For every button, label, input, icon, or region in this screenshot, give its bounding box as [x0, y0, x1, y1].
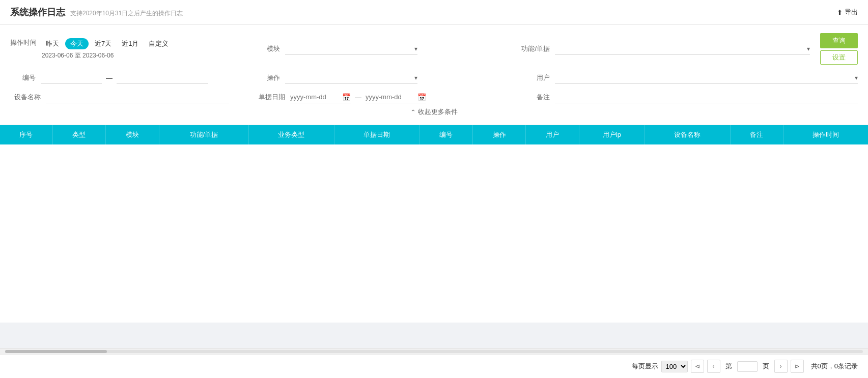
col-doc-number: 编号 [419, 125, 472, 144]
col-module: 模块 [106, 125, 159, 144]
function-label: 功能/单据 [519, 44, 555, 53]
module-label: 模块 [255, 44, 285, 53]
time-btn-yesterday[interactable]: 昨天 [42, 38, 63, 49]
col-function: 功能/单据 [159, 125, 248, 144]
table-header-row: 序号 类型 模块 功能/单据 业务类型 单据日期 编号 操作 用户 用户ip 设… [0, 125, 868, 144]
next-page-button[interactable]: › [774, 360, 788, 373]
number-label: 编号 [10, 73, 41, 82]
device-input[interactable] [46, 91, 229, 103]
function-filter-col: 功能/单据 ▾ [519, 43, 810, 55]
col-operation: 操作 [472, 125, 525, 144]
col-device: 设备名称 [645, 125, 730, 144]
date-filter-col: 单据日期 📅 — 📅 [255, 91, 509, 103]
time-label: 操作时间 [10, 38, 42, 47]
export-icon: ⬆ [837, 9, 843, 16]
main-content: 序号 类型 模块 功能/单据 业务类型 单据日期 编号 操作 用户 用户ip 设… [0, 125, 868, 378]
user-filter-col: 用户 ▾ [519, 72, 858, 84]
col-type: 类型 [52, 125, 105, 144]
col-number: 序号 [0, 125, 52, 144]
page-suffix: 页 [763, 362, 769, 371]
time-filter-col: 操作时间 昨天 今天 近7天 近1月 自定义 2023-06-06 至 2023… [10, 38, 244, 60]
time-btn-today[interactable]: 今天 [65, 38, 89, 49]
filter-row-1: 操作时间 昨天 今天 近7天 近1月 自定义 2023-06-06 至 2023… [10, 33, 858, 65]
date-label: 单据日期 [255, 93, 290, 102]
function-arrow-icon: ▾ [807, 45, 810, 52]
device-label: 设备名称 [10, 93, 46, 102]
data-table: 序号 类型 模块 功能/单据 业务类型 单据日期 编号 操作 用户 用户ip 设… [0, 125, 868, 144]
col-doc-date: 单据日期 [334, 125, 419, 144]
module-dropdown[interactable]: ▾ [285, 43, 417, 55]
export-button[interactable]: ⬆ 导出 [837, 8, 858, 17]
time-filter-group: 昨天 今天 近7天 近1月 自定义 2023-06-06 至 2023-06-0… [42, 38, 173, 60]
header-left: 系统操作日志 支持2020年10月31日之后产生的操作日志 [10, 6, 183, 18]
query-button[interactable]: 查询 [820, 33, 858, 48]
function-dropdown[interactable]: ▾ [555, 43, 810, 55]
first-page-button[interactable]: ⊲ [691, 360, 704, 373]
table-container: 序号 类型 模块 功能/单据 业务类型 单据日期 编号 操作 用户 用户ip 设… [0, 125, 868, 348]
empty-area [0, 144, 868, 323]
user-label: 用户 [519, 73, 555, 82]
page-subtitle: 支持2020年10月31日之后产生的操作日志 [70, 9, 183, 18]
collapse-icon: ⌃ [410, 108, 416, 116]
scrollbar-thumb[interactable] [5, 350, 107, 353]
calendar-end-icon[interactable]: 📅 [417, 93, 426, 101]
page-size-label: 每页显示 [632, 362, 658, 371]
col-remark: 备注 [730, 125, 783, 144]
user-dropdown[interactable]: ▾ [555, 72, 858, 84]
pagination-bar: 每页显示 100 50 200 ⊲ ‹ 第 1 页 › ⊳ 共0页，0条记录 [0, 354, 868, 378]
device-filter-col: 设备名称 [10, 91, 244, 103]
module-arrow-icon: ▾ [414, 45, 417, 52]
col-biz-type: 业务类型 [249, 125, 334, 144]
remark-filter-col: 备注 [519, 91, 858, 103]
table-header: 序号 类型 模块 功能/单据 业务类型 单据日期 编号 操作 用户 用户ip 设… [0, 125, 868, 144]
collapse-button[interactable]: ⌃ 收起更多条件 [410, 107, 458, 117]
page-size-select[interactable]: 100 50 200 [661, 361, 688, 372]
number-input-end[interactable] [117, 72, 208, 84]
number-input-start[interactable] [41, 72, 102, 84]
page-input[interactable]: 1 [737, 361, 758, 372]
page-title: 系统操作日志 [10, 6, 65, 18]
time-btn-custom[interactable]: 自定义 [145, 38, 173, 49]
date-start-input[interactable] [290, 91, 341, 103]
operation-filter-col: 操作 ▾ [255, 72, 509, 84]
calendar-start-icon[interactable]: 📅 [342, 93, 351, 101]
time-range-display: 2023-06-06 至 2023-06-06 [42, 51, 173, 60]
collapse-row: ⌃ 收起更多条件 [10, 107, 858, 117]
date-end-input[interactable] [366, 91, 416, 103]
filter-row-2: 编号 — 操作 ▾ 用户 ▾ [10, 72, 858, 84]
last-page-button[interactable]: ⊳ [791, 360, 804, 373]
filter-row-3: 设备名称 单据日期 📅 — 📅 备注 [10, 91, 858, 103]
operation-dropdown[interactable]: ▾ [285, 72, 417, 84]
page-label: 第 [725, 362, 732, 371]
module-filter-col: 模块 ▾ [255, 43, 509, 55]
number-filter-col: 编号 — [10, 72, 244, 84]
date-start-wrap: 📅 [290, 91, 351, 103]
remark-label: 备注 [519, 93, 555, 102]
export-label: 导出 [845, 8, 858, 17]
action-buttons: 查询 设置 [820, 33, 858, 65]
page-header: 系统操作日志 支持2020年10月31日之后产生的操作日志 ⬆ 导出 [0, 0, 868, 25]
scrollbar-track [5, 350, 863, 353]
number-sep: — [106, 74, 113, 82]
operation-label: 操作 [255, 73, 285, 82]
operation-arrow-icon: ▾ [414, 74, 417, 81]
collapse-label: 收起更多条件 [418, 107, 458, 117]
date-end-wrap: 📅 [366, 91, 426, 103]
settings-button[interactable]: 设置 [820, 50, 858, 65]
col-user: 用户 [526, 125, 579, 144]
page-total: 共0页，0条记录 [811, 362, 858, 371]
time-btn-1month[interactable]: 近1月 [118, 38, 143, 49]
time-buttons: 昨天 今天 近7天 近1月 自定义 [42, 38, 173, 49]
user-arrow-icon: ▾ [855, 74, 858, 81]
filter-area: 操作时间 昨天 今天 近7天 近1月 自定义 2023-06-06 至 2023… [0, 25, 868, 125]
date-sep: — [355, 94, 361, 101]
col-user-ip: 用户ip [579, 125, 645, 144]
remark-input[interactable] [555, 91, 858, 103]
prev-page-button[interactable]: ‹ [707, 360, 720, 373]
col-op-time: 操作时间 [783, 125, 868, 144]
scrollbar-area[interactable] [0, 348, 868, 354]
time-btn-7days[interactable]: 近7天 [91, 38, 116, 49]
